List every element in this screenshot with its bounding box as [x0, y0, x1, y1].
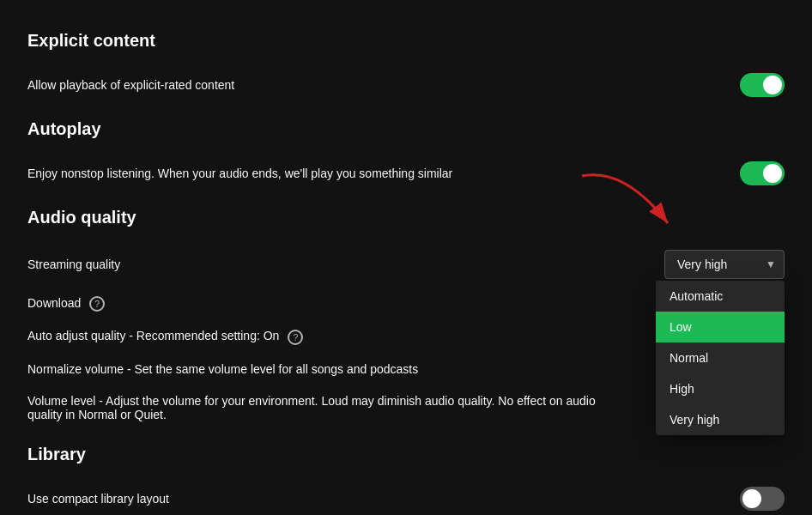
settings-container: Explicit content Allow playback of expli… — [0, 0, 812, 515]
compact-library-toggle[interactable] — [740, 487, 785, 511]
autoplay-section: Autoplay Enjoy nonstop listening. When y… — [27, 119, 785, 194]
streaming-quality-dropdown-wrapper: Automatic Low Normal High Very high ▼ — [664, 250, 785, 279]
explicit-content-toggle[interactable] — [740, 73, 785, 97]
streaming-quality-select[interactable]: Automatic Low Normal High Very high — [664, 250, 785, 279]
autoplay-toggle[interactable] — [740, 161, 785, 185]
popup-option-automatic[interactable]: Automatic — [656, 281, 785, 312]
popup-option-high[interactable]: High — [656, 373, 785, 404]
autoplay-label: Enjoy nonstop listening. When your audio… — [27, 167, 628, 180]
compact-library-row: Use compact library layout — [27, 478, 785, 515]
library-title: Library — [27, 445, 785, 464]
autoplay-title: Autoplay — [27, 119, 785, 139]
auto-adjust-label: Auto adjust quality - Recommended settin… — [27, 329, 628, 344]
popup-option-very-high[interactable]: Very high — [656, 404, 785, 435]
streaming-quality-label: Streaming quality — [27, 258, 628, 271]
explicit-content-section: Explicit content Allow playback of expli… — [27, 31, 785, 106]
streaming-quality-row: Streaming quality Automatic Low Normal H… — [27, 241, 785, 288]
auto-adjust-info-icon[interactable]: ? — [288, 330, 303, 345]
explicit-content-label: Allow playback of explicit-rated content — [27, 78, 628, 92]
download-info-icon[interactable]: ? — [89, 296, 105, 312]
streaming-dropdown-list: Automatic Low Normal High Very high — [656, 281, 785, 435]
popup-option-low[interactable]: Low — [656, 312, 785, 342]
settings-page: Explicit content Allow playback of expli… — [0, 0, 812, 515]
streaming-dropdown-area: Automatic Low Normal High Very high ▼ Au… — [664, 250, 785, 279]
streaming-dropdown-popup[interactable]: Automatic Low Normal High Very high — [656, 281, 785, 435]
normalize-volume-label: Normalize volume - Set the same volume l… — [27, 362, 628, 376]
autoplay-row: Enjoy nonstop listening. When your audio… — [27, 153, 785, 194]
explicit-content-title: Explicit content — [27, 31, 785, 51]
audio-quality-title: Audio quality — [27, 208, 785, 227]
download-label: Download ? — [27, 296, 628, 312]
popup-option-normal[interactable]: Normal — [656, 342, 785, 373]
audio-quality-section: Audio quality Streaming quality Automati… — [27, 208, 785, 431]
explicit-content-row: Allow playback of explicit-rated content — [27, 64, 785, 106]
library-section: Library Use compact library layout Show … — [27, 445, 785, 515]
compact-library-label: Use compact library layout — [27, 492, 628, 506]
volume-level-label: Volume level - Adjust the volume for you… — [27, 394, 628, 421]
